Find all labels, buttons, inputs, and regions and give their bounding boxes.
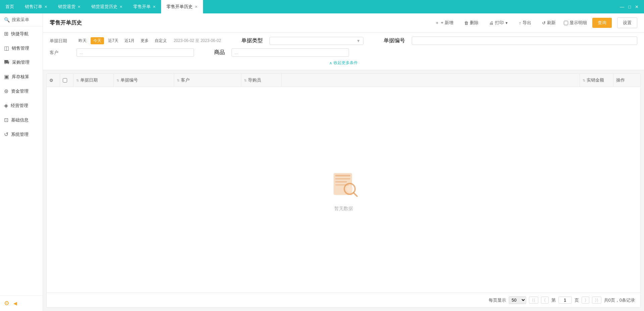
date-btn-today[interactable]: 今天 — [91, 37, 104, 44]
maximize-button[interactable]: □ — [628, 4, 631, 9]
tab-retail-history-close[interactable]: ✕ — [195, 5, 198, 9]
th-customer[interactable]: ⇅ 客户 — [174, 74, 241, 87]
tab-retail-history[interactable]: 零售开单历史 ✕ — [161, 0, 203, 13]
tab-return-history-label: 销货退货历史 — [91, 4, 117, 10]
th-operation: 操作 — [613, 74, 640, 87]
filter-section: 单据日期 昨天 今天 近7天 近1月 更多 自定义 2023-06-02 至 2… — [43, 33, 644, 70]
date-btn-custom[interactable]: 自定义 — [153, 37, 169, 44]
date-btn-more[interactable]: 更多 — [139, 37, 151, 44]
content-area: 零售开单历史 ＋ + 新增 🗑 删除 🖨 打印 ▼ ↑ 导出 — [43, 13, 644, 311]
svg-rect-2 — [335, 178, 350, 179]
tab-sales-order[interactable]: 销售订单 ✕ — [19, 0, 53, 13]
tab-return-history[interactable]: 销货退货历史 ✕ — [86, 0, 128, 13]
search-icon: 🔍 — [4, 17, 10, 22]
window-controls: — □ ✕ — [620, 4, 644, 9]
page-number-input[interactable] — [558, 297, 572, 304]
delete-button[interactable]: 🗑 删除 — [461, 18, 481, 27]
th-gear[interactable]: ⚙ — [47, 74, 60, 87]
customer-select[interactable]: ... — [77, 48, 194, 57]
sidebar-item-operations[interactable]: ◈ 经营管理 — [0, 98, 43, 113]
sidebar-item-label-base-info: 基础信息 — [11, 117, 29, 123]
print-icon: 🖨 — [489, 20, 494, 25]
top-bar: 首页 销售订单 ✕ 销货退货 ✕ 销货退货历史 ✕ 零售开单 ✕ 零售开单历史 … — [0, 0, 644, 13]
select-all-checkbox[interactable] — [63, 78, 67, 83]
date-range-display: 2023-06-02 至 2023-06-02 — [174, 38, 221, 44]
add-button[interactable]: ＋ + 新增 — [432, 18, 456, 27]
prev-page-button[interactable]: ⟨ — [541, 297, 549, 304]
tab-retail-history-label: 零售开单历史 — [166, 4, 193, 10]
svg-rect-1 — [335, 175, 350, 176]
collapse-up-icon: ∧ — [329, 61, 332, 65]
show-detail-checkbox[interactable]: 显示明细 — [564, 20, 587, 26]
tab-retail-order-close[interactable]: ✕ — [153, 5, 156, 9]
export-button[interactable]: ↑ 导出 — [516, 18, 534, 27]
sidebar-item-finance[interactable]: ⊛ 资金管理 — [0, 84, 43, 98]
tab-sales-order-label: 销售订单 — [25, 4, 42, 10]
th-amount-label: 实销金额 — [587, 77, 604, 83]
show-detail-input[interactable] — [564, 21, 568, 25]
refresh-icon: ↺ — [542, 20, 546, 25]
sidebar-item-base-info[interactable]: ⊡ 基础信息 — [0, 113, 43, 127]
date-btn-1month[interactable]: 近1月 — [122, 37, 137, 44]
last-page-button[interactable]: ⟩⟩ — [592, 297, 601, 304]
sidebar-search[interactable]: 🔍 搜索采单 — [0, 13, 43, 27]
th-salesperson-label: 导购员 — [248, 77, 261, 83]
tab-retail-order[interactable]: 零售开单 ✕ — [128, 0, 161, 13]
sidebar-item-inventory[interactable]: ▣ 库存核算 — [0, 69, 43, 84]
th-checkbox[interactable] — [60, 74, 73, 87]
doc-number-input[interactable] — [412, 37, 637, 45]
sidebar-item-quick-nav[interactable]: ⊞ 快捷导航 — [0, 27, 43, 41]
settings-icon[interactable]: ⚙ — [4, 300, 9, 307]
sidebar: 🔍 搜索采单 ⊞ 快捷导航 ◫ 销售管理 ⛟ 采购管理 ▣ 库存核算 ⊛ 资金管… — [0, 13, 43, 311]
empty-text: 暂无数据 — [334, 206, 353, 212]
th-middle — [282, 74, 580, 87]
th-date-label: 单据日期 — [80, 77, 98, 83]
date-btn-7days[interactable]: 近7天 — [106, 37, 120, 44]
tab-return-history-close[interactable]: ✕ — [119, 5, 122, 9]
print-button[interactable]: 🖨 打印 ▼ — [487, 18, 511, 27]
inventory-icon: ▣ — [4, 73, 9, 80]
refresh-button[interactable]: ↺ 刷新 — [539, 18, 558, 27]
th-amount[interactable]: ⇅ 实销金额 — [580, 74, 613, 87]
sidebar-item-label-sales-mgmt: 销售管理 — [12, 45, 29, 51]
total-label: 共0页，0条记录 — [604, 297, 635, 303]
tab-return[interactable]: 销货退货 ✕ — [53, 0, 86, 13]
per-page-select[interactable]: 50100200 — [509, 296, 526, 304]
close-button[interactable]: ✕ — [635, 4, 639, 9]
th-salesperson-sort-icon: ⇅ — [244, 79, 247, 82]
goods-placeholder: ... — [235, 50, 238, 55]
th-date-sort-icon: ⇅ — [76, 79, 79, 82]
sidebar-item-label-sys-mgmt: 系统管理 — [11, 132, 29, 138]
first-page-button[interactable]: ⟨⟨ — [529, 297, 538, 304]
page-suffix-label: 页 — [575, 297, 579, 303]
date-btn-yesterday[interactable]: 昨天 — [77, 37, 89, 44]
tab-home[interactable]: 首页 — [0, 0, 19, 13]
per-page-label: 每页显示 — [489, 297, 506, 303]
doc-type-select[interactable]: ▼ — [269, 37, 363, 45]
query-button[interactable]: 查询 — [592, 18, 612, 28]
th-doc-number[interactable]: ⇅ 单据编号 — [114, 74, 174, 87]
sidebar-item-label-quick-nav: 快捷导航 — [11, 31, 29, 37]
sidebar-item-label-purchase-mgmt: 采购管理 — [12, 59, 30, 65]
filter-row-customer: 客户 ... 商品 ... — [50, 48, 637, 57]
tab-sales-order-close[interactable]: ✕ — [44, 5, 47, 9]
purchase-mgmt-icon: ⛟ — [4, 59, 9, 65]
gear-column-icon: ⚙ — [49, 78, 53, 83]
th-date[interactable]: ⇅ 单据日期 — [73, 74, 114, 87]
th-customer-label: 客户 — [181, 77, 190, 83]
collapse-sidebar-icon[interactable]: ◀ — [13, 301, 17, 306]
sales-mgmt-icon: ◫ — [4, 45, 9, 51]
th-amount-sort-icon: ⇅ — [583, 79, 585, 82]
sidebar-item-purchase-mgmt[interactable]: ⛟ 采购管理 — [0, 55, 43, 69]
page-header: 零售开单历史 ＋ + 新增 🗑 删除 🖨 打印 ▼ ↑ 导出 — [43, 13, 644, 33]
next-page-button[interactable]: ⟩ — [582, 297, 589, 304]
pagination: 每页显示 50100200 ⟨⟨ ⟨ 第 页 ⟩ ⟩⟩ 共0页，0条记录 — [47, 293, 640, 307]
collapse-button[interactable]: ∧ 收起更多条件 — [329, 60, 358, 66]
settings-button[interactable]: 设置 — [617, 17, 637, 28]
sidebar-item-sys-mgmt[interactable]: ↺ 系统管理 — [0, 127, 43, 142]
goods-select[interactable]: ... — [232, 48, 349, 57]
sidebar-item-sales-mgmt[interactable]: ◫ 销售管理 — [0, 41, 43, 55]
th-salesperson[interactable]: ⇅ 导购员 — [241, 74, 282, 87]
tab-return-close[interactable]: ✕ — [78, 5, 81, 9]
minimize-button[interactable]: — — [620, 4, 624, 9]
